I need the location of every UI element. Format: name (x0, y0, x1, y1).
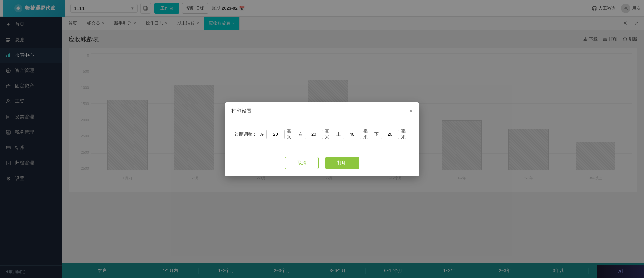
top-direction-label: 上 (336, 131, 341, 137)
dialog-title: 打印设置 (231, 108, 252, 114)
cancel-button[interactable]: 取消 (285, 157, 319, 169)
bottom-direction-label: 下 (374, 131, 379, 137)
dialog-header: 打印设置 × (225, 102, 419, 120)
right-unit-label: 毫米 (325, 128, 333, 140)
margin-right-input[interactable] (305, 130, 323, 139)
dialog-close-button[interactable]: × (409, 108, 413, 114)
margin-bottom-group: 下 毫米 (374, 128, 409, 140)
left-unit-label: 毫米 (287, 128, 295, 140)
margin-label: 边距调整： (235, 131, 257, 137)
margin-top-group: 上 毫米 (336, 128, 371, 140)
top-unit-label: 毫米 (363, 128, 371, 140)
margin-left-group: 左 毫米 (260, 128, 295, 140)
overlay: 打印设置 × 边距调整： 左 毫米 右 毫米 上 毫米 (0, 0, 644, 278)
bottom-unit-label: 毫米 (401, 128, 409, 140)
margin-left-input[interactable] (266, 130, 285, 139)
margin-row: 边距调整： 左 毫米 右 毫米 上 毫米 下 (235, 128, 409, 140)
dialog-footer: 取消 打印 (225, 152, 419, 176)
margin-right-group: 右 毫米 (298, 128, 333, 140)
print-settings-dialog: 打印设置 × 边距调整： 左 毫米 右 毫米 上 毫米 (225, 102, 419, 176)
margin-bottom-input[interactable] (381, 130, 399, 139)
left-direction-label: 左 (260, 131, 264, 137)
dialog-body: 边距调整： 左 毫米 右 毫米 上 毫米 下 (225, 120, 419, 152)
right-direction-label: 右 (298, 131, 303, 137)
margin-top-input[interactable] (343, 130, 361, 139)
confirm-print-button[interactable]: 打印 (325, 157, 359, 169)
